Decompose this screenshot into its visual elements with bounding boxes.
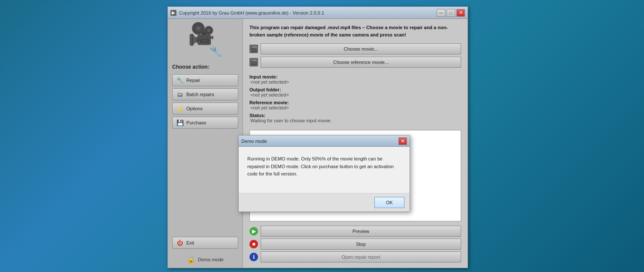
demo-dialog: Demo mode ✕ Running in DEMO mode. Only 5… bbox=[238, 135, 410, 212]
dialog-footer: OK bbox=[239, 193, 410, 212]
dialog-close-button[interactable]: ✕ bbox=[398, 137, 407, 145]
ok-button[interactable]: OK bbox=[374, 197, 404, 208]
dialog-title-text: Demo mode bbox=[241, 139, 398, 144]
dialog-message: Running in DEMO mode. Only 50%% of the m… bbox=[247, 155, 401, 178]
dialog-body: Running in DEMO mode. Only 50%% of the m… bbox=[239, 147, 410, 193]
modal-overlay: Demo mode ✕ Running in DEMO mode. Only 5… bbox=[0, 0, 644, 272]
dialog-title-bar: Demo mode ✕ bbox=[239, 136, 410, 147]
